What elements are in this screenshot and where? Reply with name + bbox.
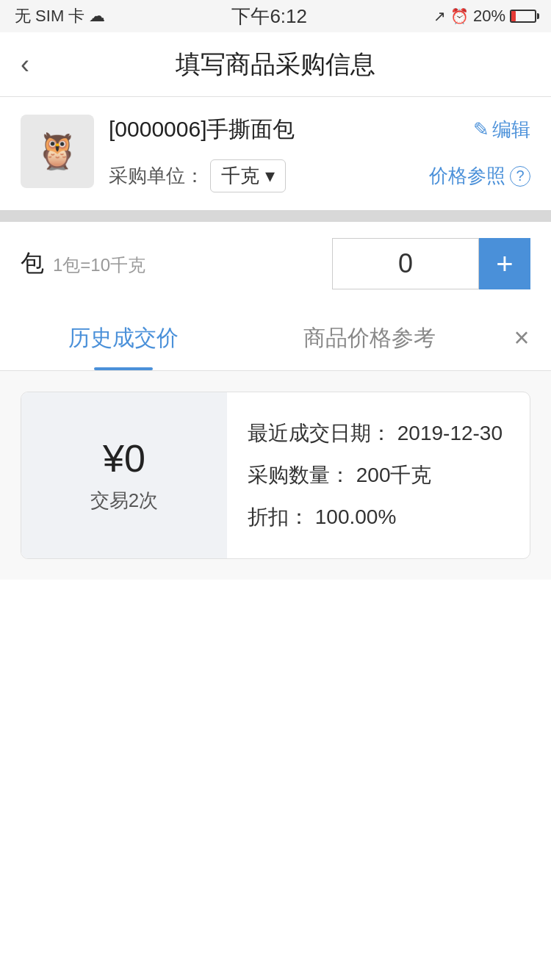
edit-button[interactable]: ✎ 编辑 (473, 117, 530, 143)
recent-date-label: 最近成交日期： (248, 422, 392, 444)
tab-panel: 历史成交价 商品价格参考 × ¥0 交易2次 最近成交日期： 2019-12-3… (0, 306, 551, 580)
edit-label: 编辑 (492, 117, 530, 143)
battery-icon (510, 10, 536, 23)
unit-select[interactable]: 千克 ▾ (210, 159, 286, 192)
edit-icon: ✎ (473, 118, 489, 141)
status-left: 无 SIM 卡 ☁ (15, 5, 105, 27)
product-top-row: 🦉 [0000006]手撕面包 ✎ 编辑 采购单位： 千克 ▾ (21, 115, 530, 192)
recent-date-value: 2019-12-30 (397, 422, 503, 444)
history-price-section: ¥0 交易2次 (21, 392, 227, 558)
quantity-row: 包 1包=10千克 + (0, 222, 551, 306)
unit-value: 千克 (221, 163, 259, 189)
page-title: 填写商品采购信息 (176, 48, 375, 82)
tab-close-button[interactable]: × (492, 306, 551, 370)
tab-history-label: 历史成交价 (68, 323, 179, 353)
tab-price-ref-label: 商品价格参考 (303, 323, 436, 353)
tab-price-reference[interactable]: 商品价格参考 (246, 306, 492, 370)
discount-label: 折扣： (248, 505, 309, 528)
product-name: [0000006]手撕面包 (109, 115, 295, 145)
currency-symbol: ¥ (103, 437, 124, 480)
unit-dropdown-icon: ▾ (265, 165, 275, 187)
divider-bar (0, 210, 551, 222)
bottom-space (0, 580, 551, 980)
status-right: ↗ ⏰ 20% (433, 7, 536, 26)
unit-label: 采购单位： (109, 163, 204, 189)
purchase-qty-row: 采购数量： 200千克 (248, 461, 509, 489)
sim-status: 无 SIM 卡 ☁ (15, 5, 105, 27)
back-button[interactable]: ‹ (21, 49, 29, 80)
history-price-value: ¥0 (103, 436, 145, 480)
purchase-qty-value: 200千克 (356, 464, 432, 486)
discount-row: 折扣： 100.00% (248, 502, 509, 531)
qty-label-group: 包 1包=10千克 (21, 248, 145, 280)
product-card: 🦉 [0000006]手撕面包 ✎ 编辑 采购单位： 千克 ▾ (0, 97, 551, 210)
history-trades-count: 交易2次 (90, 488, 158, 514)
price-number: 0 (124, 437, 145, 480)
history-details-section: 最近成交日期： 2019-12-30 采购数量： 200千克 折扣： 100.0… (227, 392, 530, 558)
product-unit-row: 采购单位： 千克 ▾ 价格参照 ? (109, 159, 530, 192)
product-name-row: [0000006]手撕面包 ✎ 编辑 (109, 115, 530, 145)
status-time: 下午6:12 (231, 4, 307, 29)
back-icon: ‹ (21, 49, 29, 79)
alarm-icon: ⏰ (450, 7, 469, 25)
tab-history-price[interactable]: 历史成交价 (0, 306, 246, 370)
battery-fill (511, 11, 516, 21)
battery-percent: 20% (473, 7, 505, 26)
product-thumbnail-icon: 🦉 (35, 131, 79, 172)
product-image: 🦉 (21, 115, 94, 188)
qty-conversion: 1包=10千克 (53, 253, 145, 277)
location-icon: ↗ (433, 7, 446, 25)
recent-date-row: 最近成交日期： 2019-12-30 (248, 419, 509, 447)
plus-icon: + (496, 248, 513, 281)
qty-input-group: + (332, 238, 530, 289)
qty-plus-button[interactable]: + (479, 238, 530, 289)
tab-active-underline (94, 367, 153, 370)
close-icon: × (514, 323, 529, 353)
status-bar: 无 SIM 卡 ☁ 下午6:12 ↗ ⏰ 20% (0, 0, 551, 32)
price-ref-button[interactable]: 价格参照 ? (429, 163, 530, 189)
tab-content: ¥0 交易2次 最近成交日期： 2019-12-30 采购数量： 200千克 折… (0, 371, 551, 580)
purchase-qty-label: 采购数量： (248, 464, 350, 486)
nav-bar: ‹ 填写商品采购信息 (0, 32, 551, 97)
question-icon: ? (510, 166, 530, 187)
qty-input[interactable] (332, 238, 479, 289)
price-ref-label: 价格参照 (429, 163, 505, 189)
discount-value: 100.00% (315, 505, 397, 528)
history-card: ¥0 交易2次 最近成交日期： 2019-12-30 采购数量： 200千克 折… (21, 392, 530, 559)
product-info: [0000006]手撕面包 ✎ 编辑 采购单位： 千克 ▾ 价格参照 ? (109, 115, 530, 192)
qty-unit-label: 包 (21, 248, 44, 280)
tab-header: 历史成交价 商品价格参考 × (0, 306, 551, 371)
